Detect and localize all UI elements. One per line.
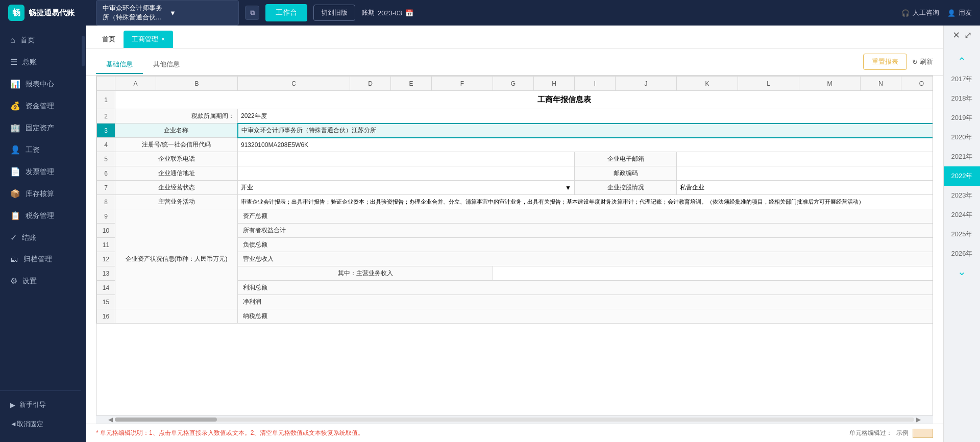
total-assets-label[interactable]: 资产总额 (238, 209, 934, 224)
main-revenue-label[interactable]: 其中：主营业务收入 (238, 266, 493, 281)
phone-value[interactable] (238, 152, 575, 166)
right-nav-down-button[interactable]: ⌄ (958, 265, 966, 278)
year-item-2017[interactable]: 2017年 (944, 69, 980, 89)
table-row: 1 工商年报信息表 (97, 91, 934, 109)
year-item-2023[interactable]: 2023年 (944, 186, 980, 205)
sidebar-item-ledger[interactable]: ☰ 总账 (0, 51, 86, 73)
scroll-thumb[interactable] (115, 418, 217, 422)
holdings-value[interactable]: 私营企业 (677, 181, 934, 195)
tab-home[interactable]: 首页 (94, 31, 124, 48)
col-header-f[interactable]: F (432, 77, 493, 91)
col-header-k[interactable]: K (677, 77, 738, 91)
tax-total-label[interactable]: 纳税总额 (238, 309, 934, 324)
tab-close-icon[interactable]: × (161, 36, 165, 43)
year-list: 2017年 2018年 2019年 2020年 2021年 2022年 2023… (944, 69, 980, 263)
company-name-value[interactable]: 中审众环会计师事务所（特殊普通合伙）江苏分所 (238, 124, 934, 138)
col-header-c[interactable]: C (238, 77, 350, 91)
workbench-button[interactable]: 工作台 (265, 4, 307, 21)
table-row: 7 企业经营状态 开业 ▼ 企业控股情况 私营企业 (97, 181, 934, 195)
row-num-5: 5 (97, 152, 115, 166)
title-cell[interactable]: 工商年报信息表 (115, 91, 934, 109)
sidebar-item-tax[interactable]: 📋 税务管理 (0, 205, 86, 227)
year-item-2019[interactable]: 2019年 (944, 108, 980, 128)
scroll-right-arrow[interactable]: ▶ (914, 416, 923, 423)
tab-bar: 首页 工商管理 × (86, 26, 943, 48)
equity-label[interactable]: 所有者权益合计 (238, 224, 934, 238)
col-header-e[interactable]: E (391, 77, 432, 91)
row-num-14: 14 (97, 281, 115, 295)
postal-value[interactable] (677, 166, 934, 181)
col-header-n[interactable]: N (861, 77, 901, 91)
sub-tab-basic[interactable]: 基础信息 (96, 56, 143, 74)
scroll-track[interactable] (115, 418, 914, 422)
revenue-label[interactable]: 营业总收入 (238, 252, 934, 266)
col-header-d[interactable]: D (350, 77, 391, 91)
sidebar-item-settings[interactable]: ⚙ 设置 (0, 270, 86, 292)
row-num-11: 11 (97, 238, 115, 252)
sidebar-item-archive[interactable]: 🗂 归档管理 (0, 249, 86, 270)
bottom-bar: * 单元格编辑说明：1、点击单元格直接录入数值或文本。2、清空单元格数值或文本恢… (86, 424, 943, 442)
sub-tab-other[interactable]: 其他信息 (143, 56, 190, 74)
refresh-button[interactable]: ↻ 刷新 (912, 57, 933, 66)
ai-consult[interactable]: 🎧 人工咨询 (901, 8, 939, 17)
liabilities-label[interactable]: 负债总额 (238, 238, 934, 252)
email-value[interactable] (677, 152, 934, 166)
sidebar-item-invoice[interactable]: 📄 发票管理 (0, 161, 86, 183)
col-header-j[interactable]: J (616, 77, 677, 91)
app-title: 畅捷通易代账 (29, 8, 75, 18)
unpin-button[interactable]: ◄取消固定 (0, 414, 86, 434)
col-header-h[interactable]: H (534, 77, 575, 91)
year-item-2024[interactable]: 2024年 (944, 205, 980, 225)
year-item-2022[interactable]: 2022年 (944, 166, 980, 186)
col-header-a[interactable]: A (115, 77, 156, 91)
spreadsheet-container[interactable]: A B C D E F G H I J K L (96, 76, 933, 415)
old-version-button[interactable]: 切到旧版 (313, 5, 355, 21)
col-header-o[interactable]: O (901, 77, 934, 91)
biz-status-value[interactable]: 开业 ▼ (238, 181, 575, 195)
new-user-guide-button[interactable]: ▶ 新手引导 (0, 395, 86, 414)
cell-hint: * 单元格编辑说明：1、点击单元格直接录入数值或文本。2、清空单元格数值或文本恢… (96, 429, 364, 437)
col-header-i[interactable]: I (575, 77, 616, 91)
year-item-2026[interactable]: 2026年 (944, 244, 980, 263)
col-header-g[interactable]: G (493, 77, 534, 91)
col-header-l[interactable]: L (738, 77, 799, 91)
user-area[interactable]: 👤 用友 (947, 8, 972, 17)
col-header-b[interactable]: B (156, 77, 238, 91)
tax-period-value[interactable]: 2022年度 (238, 109, 934, 124)
assets-group-label: 企业资产状况信息(币种：人民币万元) (115, 209, 238, 309)
sidebar-item-inventory[interactable]: 📦 库存核算 (0, 183, 86, 205)
right-nav-up-button[interactable]: ⌃ (958, 55, 966, 67)
reg-no-value[interactable]: 91320100MA208E5W6K (238, 138, 934, 152)
year-item-2018[interactable]: 2018年 (944, 89, 980, 108)
sidebar-item-close[interactable]: ✓ 结账 (0, 227, 86, 249)
year-item-2021[interactable]: 2021年 (944, 147, 980, 166)
sample-label: 示例 (896, 429, 909, 437)
scroll-left-arrow[interactable]: ◀ (106, 416, 115, 423)
top-bar: 畅 畅捷通易代账 中审众环会计师事务所（特殊普通合伙... ▼ ⧉ 工作台 切到… (0, 0, 980, 26)
row-num-3: 3 (97, 124, 115, 138)
calendar-icon[interactable]: 📅 (405, 9, 413, 17)
address-value[interactable] (238, 166, 575, 181)
col-header-m[interactable]: M (799, 77, 861, 91)
right-close-icon[interactable]: ✕ (952, 30, 960, 45)
profit-label[interactable]: 利润总额 (238, 281, 934, 295)
table-row: 4 注册号/统一社会信用代码 91320100MA208E5W6K (97, 138, 934, 152)
reset-report-button[interactable]: 重置报表 (863, 54, 907, 70)
right-expand-icon[interactable]: ⤢ (964, 30, 972, 41)
net-profit-label[interactable]: 净利润 (238, 295, 934, 309)
year-item-2020[interactable]: 2020年 (944, 128, 980, 147)
year-item-2025[interactable]: 2025年 (944, 225, 980, 244)
main-biz-value[interactable]: 审查企业会计报表；出具审计报告；验证企业资本；出具验资报告；办理企业合并、分立、… (238, 195, 934, 209)
sidebar-item-funds[interactable]: 💰 资金管理 (0, 95, 86, 117)
company-selector[interactable]: 中审众环会计师事务所（特殊普通合伙... ▼ (96, 0, 239, 26)
sidebar-item-payroll[interactable]: 👤 工资 (0, 139, 86, 161)
sidebar-item-home[interactable]: ⌂ 首页 (0, 30, 86, 51)
sidebar-item-assets[interactable]: 🏢 固定资产 (0, 117, 86, 139)
reports-icon: 📊 (10, 79, 20, 89)
sidebar-item-reports[interactable]: 📊 报表中心 (0, 73, 86, 95)
filler-16 (115, 309, 238, 324)
main-revenue-value[interactable] (493, 266, 934, 281)
copy-icon[interactable]: ⧉ (245, 6, 259, 20)
horizontal-scrollbar[interactable]: ◀ ▶ (96, 415, 933, 424)
tab-business-mgmt[interactable]: 工商管理 × (124, 31, 173, 48)
